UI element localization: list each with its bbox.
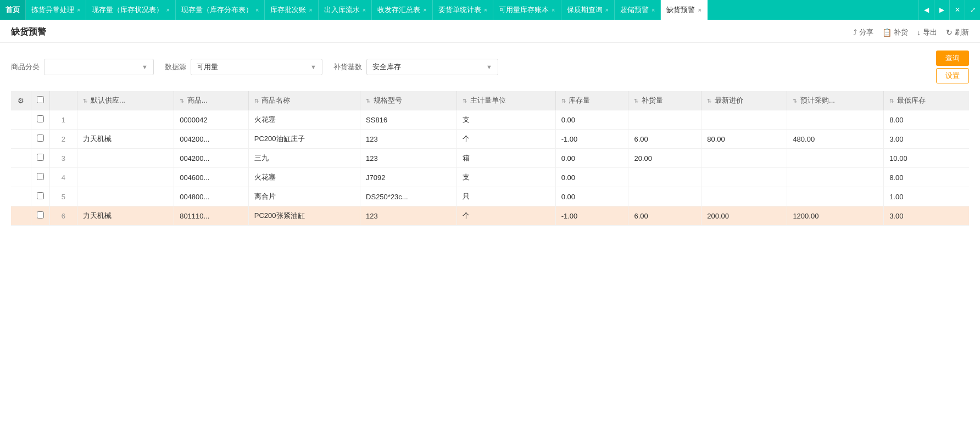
row-latest-price: 80.00 xyxy=(701,130,787,149)
table-body: 1 0000042 火花塞 SS816 支 0.00 8.00 2 力天机械 0… xyxy=(11,110,969,226)
nav-tab-label: 保质期查询 xyxy=(567,5,603,15)
nav-tab-avail-book[interactable]: 可用量库存账本 × xyxy=(493,0,561,20)
row-checkbox[interactable] xyxy=(37,211,44,218)
table-row: 4 004600... 火花塞 J7092 支 0.00 8.00 xyxy=(11,168,969,187)
row-default-supplier: 力天机械 xyxy=(77,206,174,226)
column-gear[interactable]: ⚙ xyxy=(11,91,31,110)
nav-next-button[interactable]: ▶ xyxy=(934,0,949,20)
page-header: 缺货预警 ⤴ 分享 📋 补货 ↓ 导出 ↻ 刷新 xyxy=(0,20,980,43)
nav-tab-expiry-query[interactable]: 保质期查询 × xyxy=(561,0,615,20)
row-checkbox[interactable] xyxy=(37,135,44,142)
nav-tab-close[interactable]: × xyxy=(363,7,366,13)
settings-button[interactable]: 设置 xyxy=(936,68,969,83)
row-checkbox[interactable] xyxy=(37,173,44,180)
page-title: 缺货预警 xyxy=(11,26,46,38)
restock-basis-select[interactable]: 安全库存 ▼ xyxy=(366,59,498,75)
nav-tab-home[interactable]: 首页 xyxy=(0,0,26,20)
nav-tab-close[interactable]: × xyxy=(484,7,487,13)
row-checkbox-cell[interactable] xyxy=(31,168,49,187)
refresh-button[interactable]: ↻ 刷新 xyxy=(946,27,969,37)
nav-tab-close[interactable]: × xyxy=(552,7,555,13)
row-min-stock: 3.00 xyxy=(884,130,969,149)
top-navigation: 首页 拣货异常处理 × 现存量（库存状况表） × 现存量（库存分布表） × 库存… xyxy=(0,0,980,20)
column-product-name[interactable]: ⇅ 商品名称 xyxy=(248,91,360,110)
column-est-purchase[interactable]: ⇅ 预计采购... xyxy=(787,91,884,110)
row-product-code: 004200... xyxy=(174,130,249,149)
row-checkbox[interactable] xyxy=(37,115,44,122)
row-default-supplier xyxy=(77,187,174,206)
row-checkbox-cell[interactable] xyxy=(31,206,49,226)
column-latest-price[interactable]: ⇅ 最新进价 xyxy=(701,91,787,110)
restock-basis-label: 补货基数 xyxy=(333,62,362,72)
nav-close-button[interactable]: ✕ xyxy=(949,0,965,20)
nav-prev-button[interactable]: ◀ xyxy=(918,0,934,20)
row-gear-cell xyxy=(11,130,31,149)
nav-tab-close[interactable]: × xyxy=(652,7,655,13)
column-min-stock[interactable]: ⇅ 最低库存 xyxy=(884,91,969,110)
column-product-code[interactable]: ⇅ 商品... xyxy=(174,91,249,110)
row-spec: DS250*23c... xyxy=(360,187,457,206)
row-checkbox[interactable] xyxy=(37,154,44,161)
restock-label: 补货 xyxy=(894,27,908,37)
nav-tab-label: 缺货预警 xyxy=(666,5,695,15)
sort-icon: ⇅ xyxy=(561,98,566,104)
nav-tab-stock-batch[interactable]: 库存批次账 × xyxy=(265,0,318,20)
row-checkbox-cell[interactable] xyxy=(31,149,49,168)
row-est-purchase: 1200.00 xyxy=(787,206,884,226)
table-header-row: ⚙ ⇅ 默认供应... ⇅ 商品... ⇅ xyxy=(11,91,969,110)
row-min-stock: 8.00 xyxy=(884,168,969,187)
column-spec[interactable]: ⇅ 规格型号 xyxy=(360,91,457,110)
sort-icon: ⇅ xyxy=(83,98,87,104)
nav-tab-close[interactable]: × xyxy=(166,7,169,13)
row-checkbox-cell[interactable] xyxy=(31,187,49,206)
row-spec: 123 xyxy=(360,206,457,226)
category-select[interactable]: ▼ xyxy=(44,59,154,75)
nav-tab-inout-flow[interactable]: 出入库流水 × xyxy=(319,0,372,20)
row-checkbox-cell[interactable] xyxy=(31,110,49,130)
row-default-supplier xyxy=(77,168,174,187)
nav-tab-pick-err[interactable]: 拣货异常处理 × xyxy=(26,0,86,20)
column-unit[interactable]: ⇅ 主计量单位 xyxy=(457,91,556,110)
row-est-purchase: 480.00 xyxy=(787,130,884,149)
nav-tab-label: 可用量库存账本 xyxy=(499,5,549,15)
nav-tab-close[interactable]: × xyxy=(605,7,609,13)
category-label: 商品分类 xyxy=(11,62,40,72)
query-button[interactable]: 查询 xyxy=(936,51,969,66)
column-restock-qty[interactable]: ⇅ 补货量 xyxy=(628,91,701,110)
nav-tab-stock-status[interactable]: 现存量（库存状况表） × xyxy=(86,0,175,20)
row-est-purchase xyxy=(787,110,884,130)
row-default-supplier xyxy=(77,149,174,168)
nav-tab-recv-send[interactable]: 收发存汇总表 × xyxy=(372,0,432,20)
export-button[interactable]: ↓ 导出 xyxy=(917,27,937,37)
restock-button[interactable]: 📋 补货 xyxy=(882,27,908,37)
nav-tab-stock-dist[interactable]: 现存量（库存分布表） × xyxy=(176,0,265,20)
row-default-supplier: 力天机械 xyxy=(77,130,174,149)
nav-expand-button[interactable]: ⤢ xyxy=(965,0,980,20)
column-default-supplier[interactable]: ⇅ 默认供应... xyxy=(77,91,174,110)
nav-tab-close[interactable]: × xyxy=(77,7,80,13)
nav-tab-overstock-warn[interactable]: 超储预警 × xyxy=(615,0,661,20)
nav-tab-close[interactable]: × xyxy=(698,7,701,13)
column-stock-qty[interactable]: ⇅ 库存量 xyxy=(555,91,628,110)
column-header-label: 规格型号 xyxy=(374,96,402,104)
row-product-code: 0000042 xyxy=(174,110,249,130)
row-product-name: PC200油缸庄子 xyxy=(248,130,360,149)
select-all-checkbox[interactable] xyxy=(37,96,44,103)
refresh-icon: ↻ xyxy=(946,28,953,37)
datasource-select[interactable]: 可用量 ▼ xyxy=(191,59,322,75)
sort-icon: ⇅ xyxy=(707,98,711,104)
row-unit: 支 xyxy=(457,110,556,130)
row-checkbox-cell[interactable] xyxy=(31,130,49,149)
row-number: 4 xyxy=(49,168,77,187)
sort-icon: ⇅ xyxy=(634,98,638,104)
nav-tab-close[interactable]: × xyxy=(255,7,259,13)
nav-tab-close[interactable]: × xyxy=(309,7,312,13)
nav-tab-demand-stat[interactable]: 要货单统计表 × xyxy=(433,0,493,20)
nav-tab-close[interactable]: × xyxy=(423,7,426,13)
share-button[interactable]: ⤴ 分享 xyxy=(853,27,873,37)
row-unit: 箱 xyxy=(457,149,556,168)
row-checkbox[interactable] xyxy=(37,192,44,199)
row-product-name: 火花塞 xyxy=(248,110,360,130)
sort-icon: ⇅ xyxy=(366,98,370,104)
nav-tab-shortage-warn[interactable]: 缺货预警 × xyxy=(661,0,707,20)
